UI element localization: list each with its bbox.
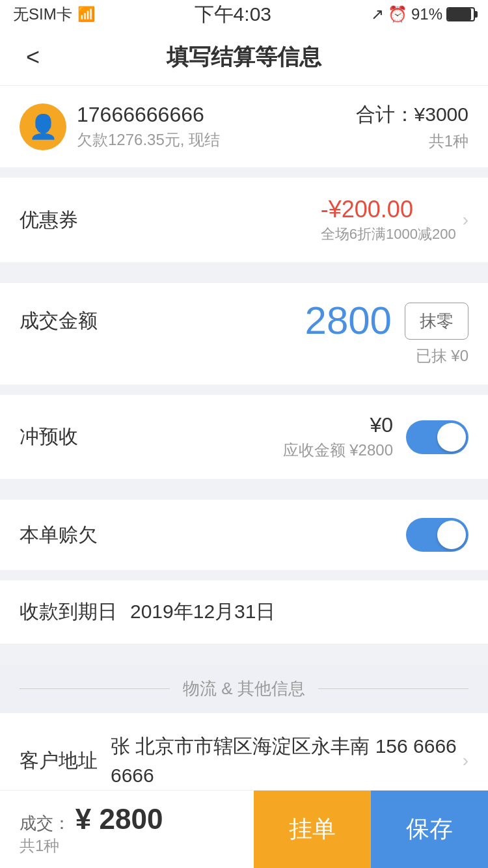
location-icon: ↗ xyxy=(371,5,384,23)
coupon-chevron-icon: › xyxy=(463,210,468,230)
prepay-right: ¥0 应收金额 ¥2800 xyxy=(283,413,468,461)
deal-section: 成交金额 2800 抹零 已抹 ¥0 xyxy=(0,283,488,385)
coupon-label: 优惠券 xyxy=(20,207,78,234)
status-left: 无SIM卡 📶 xyxy=(13,4,95,25)
coupon-amount: -¥200.00 xyxy=(321,196,456,223)
duedate-value: 2019年12月31日 xyxy=(130,599,275,625)
address-chevron-icon: › xyxy=(463,750,468,771)
alarm-icon: ⏰ xyxy=(388,5,407,23)
prepay-row: 冲预收 ¥0 应收金额 ¥2800 xyxy=(20,413,468,461)
battery-percent: 91% xyxy=(411,5,442,23)
coupon-row[interactable]: 优惠券 -¥200.00 全场6折满1000减200 › xyxy=(0,178,488,262)
prepay-label: 冲预收 xyxy=(20,424,78,450)
total-amount: 合计：¥3000 xyxy=(356,102,468,128)
content-area: 👤 17666666666 欠款1276.35元, 现结 合计：¥3000 共1… xyxy=(0,86,488,868)
bottom-deal-label: 成交： xyxy=(20,813,70,833)
toggle-circle xyxy=(437,423,466,452)
prepay-amount-block: ¥0 应收金额 ¥2800 xyxy=(283,413,393,461)
deal-right: 2800 抹零 xyxy=(305,301,468,340)
avatar: 👤 xyxy=(20,103,66,150)
total-value: ¥3000 xyxy=(414,103,468,125)
save-button[interactable]: 保存 xyxy=(371,791,488,869)
bottom-count: 共1种 xyxy=(20,835,234,856)
coupon-right: -¥200.00 全场6折满1000减200 › xyxy=(321,196,468,244)
section-divider: 物流 & 其他信息 xyxy=(0,664,488,713)
customer-row: 👤 17666666666 欠款1276.35元, 现结 合计：¥3000 共1… xyxy=(0,86,488,167)
bottom-bar: 成交： ¥ 2800 共1种 挂单 保存 xyxy=(0,790,488,868)
customer-info: 17666666666 欠款1276.35元, 现结 xyxy=(77,103,220,150)
deal-amount: 2800 xyxy=(305,301,392,340)
deal-label: 成交金额 xyxy=(20,308,98,334)
wifi-icon: 📶 xyxy=(77,6,95,23)
prepay-amount: ¥0 xyxy=(283,413,393,437)
nav-bar: < 填写结算等信息 xyxy=(0,29,488,86)
debt-toggle[interactable] xyxy=(406,518,468,552)
status-right: ↗ ⏰ 91% xyxy=(371,5,475,23)
customer-left: 👤 17666666666 欠款1276.35元, 现结 xyxy=(20,103,220,150)
coupon-desc: 全场6折满1000减200 xyxy=(321,224,456,244)
battery-icon xyxy=(446,7,475,21)
round-button[interactable]: 抹零 xyxy=(405,303,468,340)
customer-right: 合计：¥3000 共1种 xyxy=(356,102,468,152)
address-label: 客户地址 xyxy=(20,748,98,774)
deal-sub: 已抹 ¥0 xyxy=(20,346,468,366)
duedate-label: 收款到期日 xyxy=(20,599,117,625)
customer-phone: 17666666666 xyxy=(77,103,220,127)
total-count: 共1种 xyxy=(356,131,468,152)
debt-label: 本单赊欠 xyxy=(20,522,98,549)
status-bar: 无SIM卡 📶 下午4:03 ↗ ⏰ 91% xyxy=(0,0,488,29)
bottom-deal-row: 成交： ¥ 2800 xyxy=(20,803,234,835)
hold-button[interactable]: 挂单 xyxy=(254,791,371,869)
deal-row: 成交金额 2800 抹零 xyxy=(20,301,468,340)
carrier-label: 无SIM卡 xyxy=(13,4,72,25)
total-label: 合计： xyxy=(356,103,414,125)
back-button[interactable]: < xyxy=(20,37,46,77)
duedate-section: 收款到期日 2019年12月31日 xyxy=(0,580,488,644)
prepay-sub: 应收金额 ¥2800 xyxy=(283,440,393,461)
page-title: 填写结算等信息 xyxy=(167,42,321,72)
bottom-left: 成交： ¥ 2800 共1种 xyxy=(0,803,254,856)
divider-line-left xyxy=(20,688,170,689)
bottom-deal-amount: ¥ 2800 xyxy=(75,803,163,835)
address-value: 张 北京市市辖区海淀区永丰南 156 6666 6666 xyxy=(111,731,463,790)
customer-sub: 欠款1276.35元, 现结 xyxy=(77,129,220,150)
battery-fill xyxy=(448,8,471,20)
coupon-info: -¥200.00 全场6折满1000减200 xyxy=(321,196,456,244)
prepay-toggle[interactable] xyxy=(406,420,468,454)
debt-section: 本单赊欠 xyxy=(0,500,488,570)
separator-2 xyxy=(0,489,488,500)
debt-toggle-circle xyxy=(437,521,466,549)
separator-1 xyxy=(0,273,488,283)
prepay-section: 冲预收 ¥0 应收金额 ¥2800 xyxy=(0,395,488,479)
divider-line-right xyxy=(318,688,468,689)
divider-text: 物流 & 其他信息 xyxy=(183,677,305,700)
status-time: 下午4:03 xyxy=(195,1,271,28)
separator-3 xyxy=(0,654,488,664)
